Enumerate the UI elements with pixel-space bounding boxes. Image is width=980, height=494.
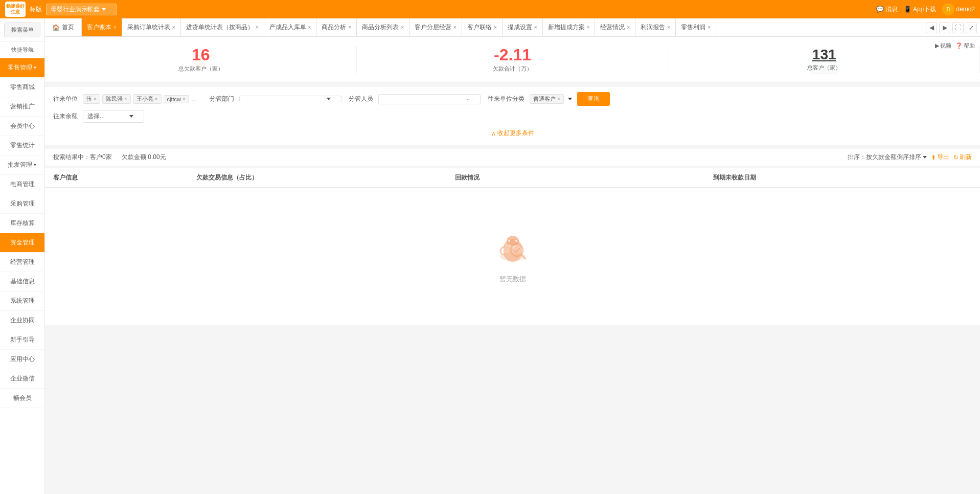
filter-tag-3[interactable]: cjttcw × xyxy=(164,95,189,103)
sidebar-item-basic-info[interactable]: 基础信息 xyxy=(0,272,44,291)
chevron-down-icon: ▼ xyxy=(33,163,37,167)
sidebar-item-label: 经营管理 xyxy=(10,258,35,265)
tab-close-btn[interactable]: × xyxy=(534,25,537,30)
tab-customer-segment[interactable]: 客户分层经营 × xyxy=(409,18,462,36)
tag-close-icon[interactable]: × xyxy=(155,96,158,102)
tab-close-btn[interactable]: × xyxy=(587,25,590,30)
sidebar-item-label: 资金管理 xyxy=(10,239,35,246)
tag-close-icon[interactable]: × xyxy=(557,96,560,102)
tab-bar-actions: ◀ ▶ ⛶ ⤢ xyxy=(923,18,980,36)
tab-close-btn[interactable]: × xyxy=(667,25,670,30)
search-menu-btn[interactable]: 搜索菜单 xyxy=(4,23,40,37)
tab-operation-status[interactable]: 经营情况 × xyxy=(595,18,635,36)
sort-select[interactable]: 排序：按欠款金额倒序排序 xyxy=(848,153,927,162)
tab-inbound-stats[interactable]: 进货单统计表（按商品） × xyxy=(181,18,264,36)
sidebar-item-enterprise[interactable]: 企业协同 xyxy=(0,311,44,330)
sidebar-item-marketing[interactable]: 营销推广 xyxy=(0,97,44,117)
balance-filter-select[interactable]: 选择... xyxy=(83,110,144,123)
tab-product-analysis[interactable]: 商品分析 × xyxy=(316,18,357,36)
sidebar-item-inventory[interactable]: 库存核算 xyxy=(0,214,44,233)
tab-close-btn[interactable]: × xyxy=(494,25,497,30)
tab-close-btn[interactable]: × xyxy=(627,25,630,30)
person-filter-select[interactable]: ··· xyxy=(378,94,481,104)
tab-close-btn[interactable]: × xyxy=(308,25,311,30)
tag-close-icon[interactable]: × xyxy=(124,96,127,102)
sidebar-item-retail-mall[interactable]: 零售商城 xyxy=(0,78,44,97)
tab-close-btn[interactable]: × xyxy=(172,25,175,30)
svg-point-4 xyxy=(515,240,517,242)
tab-label: 进货单统计表（按商品） xyxy=(186,23,254,32)
tab-fullscreen-btn[interactable]: ⤢ xyxy=(966,22,977,33)
top-bar: 畅捷通好生意 标版 母婴行业演示帐套 💬 消息 📱 App下载 D demo2 xyxy=(0,0,980,18)
filter-tag-1[interactable]: 陈民强 × xyxy=(102,94,131,104)
filter-collapse-area: ∧ 收起更多条件 xyxy=(53,127,972,140)
tab-home[interactable]: 🏠 首页 xyxy=(45,18,82,36)
sidebar-item-purchase[interactable]: 采购管理 xyxy=(0,194,44,214)
sidebar-item-operation[interactable]: 经营管理 xyxy=(0,253,44,272)
sidebar-item-system[interactable]: 系统管理 xyxy=(0,291,44,311)
refresh-icon: ↻ xyxy=(953,154,959,161)
sidebar-item-app-center[interactable]: 应用中心 xyxy=(0,350,44,369)
tab-expand-btn[interactable]: ⛶ xyxy=(952,22,964,33)
tab-close-btn[interactable]: × xyxy=(453,25,457,30)
sidebar-item-wholesale-mgmt[interactable]: 批发管理 ▼ xyxy=(0,155,44,175)
tag-close-icon[interactable]: × xyxy=(94,96,97,102)
help-btn[interactable]: ❓ 帮助 xyxy=(955,42,975,50)
filter-tag-0[interactable]: 伍 × xyxy=(83,94,100,104)
empty-state: 暂无数据 xyxy=(45,188,980,325)
filter-more-btn[interactable]: ... xyxy=(191,96,196,103)
quick-nav-btn[interactable]: 快捷导航 xyxy=(0,42,44,58)
sidebar-item-ecommerce[interactable]: 电商管理 xyxy=(0,175,44,194)
category-tag-0[interactable]: 普通客户 × xyxy=(530,94,564,104)
sidebar-item-retail-mgmt[interactable]: 零售管理 ▼ xyxy=(0,58,44,78)
user-profile[interactable]: D demo2 xyxy=(942,3,975,15)
sidebar-item-capital[interactable]: 资金管理 xyxy=(0,233,44,253)
stat-bg-icon-3: 🏢 xyxy=(808,45,840,75)
tab-close-btn[interactable]: × xyxy=(708,25,711,30)
refresh-btn[interactable]: ↻ 刷新 xyxy=(953,153,972,162)
tab-product-analysis-list[interactable]: 商品分析列表 × xyxy=(357,18,409,36)
tab-close-btn[interactable]: × xyxy=(113,25,117,30)
chevron-down-icon xyxy=(568,98,572,100)
empty-text: 暂无数据 xyxy=(499,275,526,284)
tab-accounts[interactable]: 客户账本 × xyxy=(82,18,122,36)
tab-scroll-left-btn[interactable]: ◀ xyxy=(926,22,937,33)
message-btn[interactable]: 💬 消息 xyxy=(876,5,898,14)
export-btn[interactable]: ⬆ 导出 xyxy=(931,153,949,162)
sidebar-item-newbie[interactable]: 新手引导 xyxy=(0,330,44,350)
tab-achievement-settings[interactable]: 提成设置 × xyxy=(503,18,543,36)
tab-close-btn[interactable]: × xyxy=(256,25,259,30)
filter-tag-2[interactable]: 王小亮 × xyxy=(133,94,162,104)
dept-filter-select[interactable] xyxy=(239,96,341,102)
collapse-btn[interactable]: ∧ 收起更多条件 xyxy=(491,129,534,138)
sidebar-item-member-center[interactable]: 会员中心 xyxy=(0,117,44,136)
empty-illustration xyxy=(492,229,533,270)
app-download-btn[interactable]: 📱 App下载 xyxy=(904,5,936,14)
collapse-up-icon: ∧ xyxy=(491,130,496,137)
video-icon: ▶ xyxy=(935,42,939,49)
video-help-btn[interactable]: ▶ 视频 xyxy=(935,42,951,50)
tab-profit-report[interactable]: 利润报告 × xyxy=(635,18,676,36)
tab-label: 零售利润 xyxy=(681,23,705,32)
sidebar-item-retail-stats[interactable]: 零售统计 xyxy=(0,136,44,155)
query-btn[interactable]: 查询 xyxy=(577,92,610,106)
tab-close-btn[interactable]: × xyxy=(348,25,351,30)
sidebar-item-corp-wechat[interactable]: 企业微信 xyxy=(0,369,44,389)
svg-point-3 xyxy=(508,240,510,242)
tab-retail-profit[interactable]: 零售利润 × xyxy=(676,18,716,36)
company-selector[interactable]: 母婴行业演示帐套 xyxy=(46,4,117,15)
unit-filter-label: 往来单位 xyxy=(53,95,78,103)
tab-purchase-stats[interactable]: 采购订单统计表 × xyxy=(122,18,181,36)
sidebar-item-label: 系统管理 xyxy=(10,297,35,304)
stat-total-customers: 🏢 131 总客户（家） xyxy=(668,37,980,82)
tab-production-inbound[interactable]: 产成品入库单 × xyxy=(264,18,317,36)
tab-customer-contact[interactable]: 客户联络 × xyxy=(462,18,503,36)
sidebar-item-label: 会员中心 xyxy=(10,122,35,129)
filter-row-2: 往来余额 选择... xyxy=(53,110,972,123)
tag-close-icon[interactable]: × xyxy=(183,96,186,102)
tab-scroll-right-btn[interactable]: ▶ xyxy=(939,22,950,33)
export-icon: ⬆ xyxy=(931,154,936,161)
tab-close-btn[interactable]: × xyxy=(401,25,404,30)
tab-new-achievement[interactable]: 新增提成方案 × xyxy=(543,18,596,36)
sidebar-item-vip-member[interactable]: 畅会员 xyxy=(0,389,44,408)
